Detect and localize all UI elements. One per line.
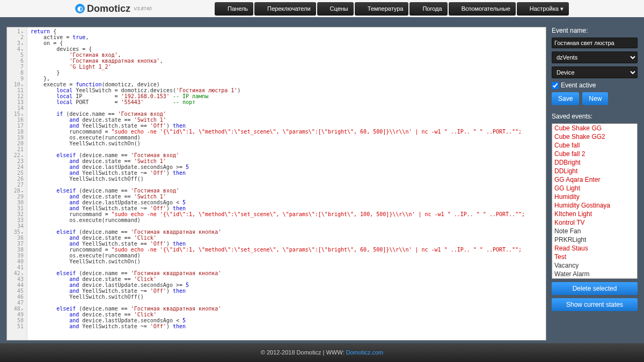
event-name-label: Event name: [552,27,638,34]
saved-event-item[interactable]: Humidity Gostinaya [552,201,637,210]
event-sidebar: Event name: dzVents Device Event active … [552,27,638,341]
nav-utility[interactable]: Вспомогательные [449,2,516,16]
weather-icon [415,6,420,11]
nav-scenes[interactable]: Сцены [317,2,354,16]
logo-icon: ◐ [75,4,85,13]
saved-event-item[interactable]: Cube fall [552,141,637,150]
footer: © 2012-2018 Domoticz | WWW: Domoticz.com [0,343,644,362]
new-button[interactable]: New [582,92,608,105]
main-area: 1234567891011121314151617181920212223242… [0,17,644,343]
saved-events-label: Saved events: [552,113,638,120]
show-states-button[interactable]: Show current states [552,298,638,311]
saved-event-item[interactable]: Note Fan [552,227,637,235]
version-text: V3.8740 [134,6,152,11]
trigger-select[interactable]: Device [552,67,638,78]
saved-event-item[interactable]: KItchen Light [552,210,637,218]
code-editor[interactable]: 1234567891011121314151617181920212223242… [6,27,546,341]
bulb-icon [260,6,265,11]
nav-weather[interactable]: Погода [409,2,447,16]
saved-event-item[interactable]: Cube fall 2 [552,150,637,158]
interpreter-select[interactable]: dzVents [552,51,638,63]
saved-event-item[interactable]: Vacancy [552,261,637,270]
thermo-icon [360,6,365,11]
saved-event-item[interactable]: Cube Shake GG [552,124,637,132]
nav-dashboard[interactable]: Панель [215,2,253,16]
saved-event-item[interactable]: Гостиная свет [552,278,637,279]
utility-icon [454,6,459,11]
dashboard-icon [220,6,225,11]
saved-event-item[interactable]: GG Aqara Enter [552,175,637,184]
delete-selected-button[interactable]: Delete selected [552,282,638,295]
footer-copyright: © 2012-2018 Domoticz | WWW: [261,349,346,356]
nav-thermo[interactable]: Температура [355,2,409,16]
line-gutter[interactable]: 1234567891011121314151617181920212223242… [7,27,27,340]
saved-event-item[interactable]: Cube Shake GG2 [552,132,637,141]
main-nav: ПанельПереключателиСценыТемператураПогод… [215,2,569,16]
saved-event-item[interactable]: Kontrol TV [552,218,637,227]
saved-event-item[interactable]: Water Alarm [552,270,637,278]
gear-icon [522,6,528,11]
saved-event-item[interactable]: GG Light [552,184,637,193]
active-checkbox-input[interactable] [552,82,559,89]
saved-event-item[interactable]: Humidity [552,193,637,201]
header-bar: ◐ Domoticz V3.8740 ПанельПереключателиСц… [0,0,644,17]
saved-events-list[interactable]: Cube Shake GGCube Shake GG2Cube fallCube… [552,123,638,279]
event-name-input[interactable] [552,38,638,48]
event-active-checkbox[interactable]: Event active [552,82,638,89]
saved-event-item[interactable]: PRKRLight [552,235,637,244]
save-button[interactable]: Save [552,92,579,105]
active-label: Event active [561,82,596,89]
nav-gear[interactable]: Настройка ▾ [517,2,569,16]
saved-event-item[interactable]: Read Staus [552,244,637,253]
logo-text: Domoticz [87,3,130,14]
saved-event-item[interactable]: DDLight [552,167,637,175]
code-area[interactable]: return { active = true, on = { devices =… [27,27,546,340]
logo[interactable]: ◐ Domoticz V3.8740 [75,3,152,14]
saved-event-item[interactable]: DDBright [552,158,637,167]
scenes-icon [323,6,328,11]
footer-link[interactable]: Domoticz.com [346,349,384,356]
nav-bulb[interactable]: Переключатели [254,2,316,16]
saved-event-item[interactable]: Test [552,253,637,261]
